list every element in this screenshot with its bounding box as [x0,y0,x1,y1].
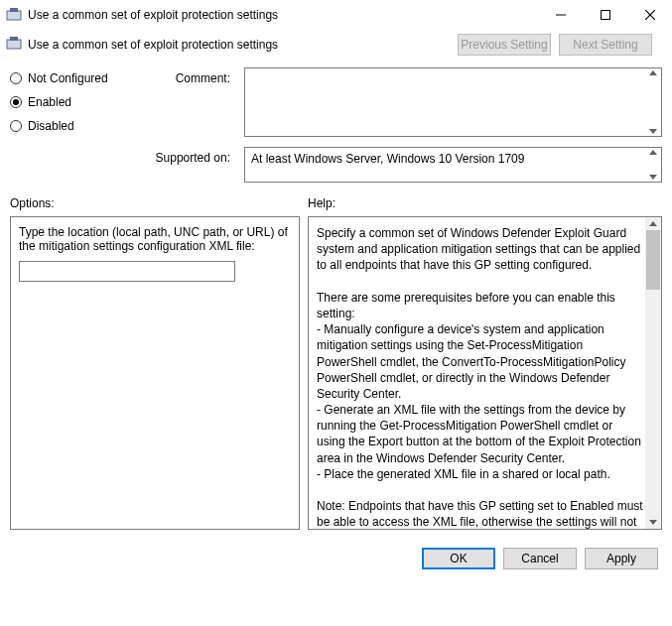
options-label: Options: [10,196,308,210]
help-text: - Place the generated XML file in a shar… [317,466,643,482]
comment-label: Comment: [151,67,230,137]
close-button[interactable] [627,0,672,30]
supported-label: Supported on: [151,147,230,183]
help-text: Note: Endpoints that have this GP settin… [317,498,643,530]
maximize-button[interactable] [583,0,627,30]
help-text: - Manually configure a device's system a… [317,321,643,402]
previous-setting-button[interactable]: Previous Setting [458,34,551,56]
supported-on-box: At least Windows Server, Windows 10 Vers… [244,147,662,183]
scroll-down-icon [649,520,657,525]
svg-rect-6 [7,40,21,49]
cancel-button[interactable]: Cancel [503,548,577,569]
radio-disabled[interactable]: Disabled [10,119,137,133]
scroll-down-icon [649,175,657,180]
apply-button[interactable]: Apply [585,548,658,569]
svg-rect-0 [7,11,21,20]
options-panel: Type the location (local path, UNC path,… [10,216,300,530]
scroll-up-icon [649,70,657,75]
supported-on-text: At least Windows Server, Windows 10 Vers… [251,152,524,166]
help-panel: Specify a common set of Windows Defender… [308,216,662,530]
options-prompt: Type the location (local path, UNC path,… [19,225,291,253]
title-bar: Use a common set of exploit protection s… [0,0,672,30]
scroll-down-icon [649,129,657,134]
app-icon [6,7,22,23]
radio-not-configured-label: Not Configured [28,71,108,85]
subtitle-text: Use a common set of exploit protection s… [28,38,278,52]
svg-rect-3 [601,11,609,20]
help-text: There are some prerequisites before you … [317,290,643,321]
subtitle-bar: Use a common set of exploit protection s… [0,30,672,63]
help-scrollbar[interactable] [645,217,661,529]
help-label: Help: [308,196,662,210]
xml-path-input[interactable] [19,261,235,282]
svg-rect-1 [10,8,18,12]
scroll-up-icon [649,221,657,226]
radio-not-configured[interactable]: Not Configured [10,71,137,85]
comment-textarea[interactable] [244,67,662,137]
scrollbar-thumb[interactable] [646,230,660,290]
policy-icon [6,36,22,55]
window-title: Use a common set of exploit protection s… [28,8,538,22]
radio-enabled[interactable]: Enabled [10,95,137,109]
svg-rect-7 [10,37,18,41]
minimize-button[interactable] [538,0,583,30]
next-setting-button[interactable]: Next Setting [559,34,652,56]
help-text: Specify a common set of Windows Defender… [317,225,643,274]
scroll-up-icon [649,150,657,155]
radio-disabled-label: Disabled [28,119,74,133]
radio-enabled-label: Enabled [28,95,71,109]
ok-button[interactable]: OK [422,548,495,569]
state-radio-group: Not Configured Enabled Disabled [10,67,137,137]
dialog-footer: OK Cancel Apply [0,538,672,579]
help-text: - Generate an XML file with the settings… [317,402,643,466]
